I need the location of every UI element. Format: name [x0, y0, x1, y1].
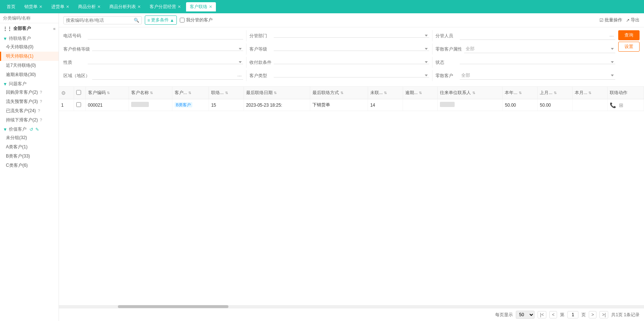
sidebar-all-customers[interactable]: ⋮⋮ 全部客户 «: [0, 23, 59, 34]
sort-icon[interactable]: ⇅: [519, 91, 522, 95]
filter-nature-select[interactable]: [88, 61, 243, 64]
sort-icon[interactable]: ⇅: [554, 91, 557, 95]
nav-product-analysis-list[interactable]: 商品分析列表 ✕: [106, 2, 144, 11]
sidebar-item-repurchase-abnormal[interactable]: 回购异常客户(2) ?: [0, 88, 59, 97]
sidebar-item-class-c[interactable]: C类客户(6): [0, 161, 59, 170]
sidebar-item-churned[interactable]: 已流失客户(24) ?: [0, 106, 59, 115]
select-all-checkbox[interactable]: [76, 90, 81, 95]
filter-status: 状态: [435, 59, 615, 66]
filter-icon: ≡: [147, 18, 150, 23]
search-icon[interactable]: 🔍: [134, 18, 139, 23]
col-gear: ⚙: [59, 87, 74, 99]
filter-retail-attr-select[interactable]: 全部: [464, 45, 615, 53]
filter-manager: 分管人员 ···: [435, 32, 615, 40]
filter-row-3: 性质 收付款条件: [63, 57, 615, 68]
gear-icon[interactable]: ⚙: [61, 90, 66, 96]
filter-retail-select[interactable]: 全部: [460, 72, 615, 80]
filter-more-button[interactable]: ≡ 更多条件 ▲: [145, 15, 177, 25]
close-icon[interactable]: ✕: [66, 4, 69, 9]
close-icon[interactable]: ✕: [137, 4, 141, 9]
sidebar-item-overdue-contact[interactable]: 逾期未联络(30): [0, 70, 59, 79]
sidebar-group-value: ▼ 价值客户 ↺ ✎: [0, 125, 59, 133]
phone-icon[interactable]: 📞: [610, 102, 616, 108]
cell-last-contact-date: 2023-05-23 18:25:: [244, 99, 310, 111]
filter-status-select[interactable]: [460, 61, 615, 64]
filter-region-select[interactable]: ···: [92, 72, 243, 80]
first-page-button[interactable]: |<: [538, 311, 546, 318]
page-input[interactable]: [567, 311, 578, 318]
table-footer: 每页显示 50 100 |< < 第 页 > >| 共1页 1条记录: [59, 308, 644, 321]
my-customers-checkbox[interactable]: 我分管的客户: [180, 17, 213, 23]
page-size-select[interactable]: 50 100: [516, 311, 535, 319]
cell-contact-count: 15: [209, 99, 244, 111]
filter-payment-select[interactable]: [274, 61, 429, 64]
sidebar-item-class-b[interactable]: B类客户(33): [0, 152, 59, 161]
sidebar-item-ungrouped[interactable]: 未分组(32): [0, 133, 59, 142]
nav-home[interactable]: 首页: [3, 2, 19, 11]
batch-op-button[interactable]: ☑ 批量操作: [599, 17, 622, 23]
filter-status-label: 状态: [435, 59, 458, 66]
sort-icon[interactable]: ⇅: [340, 91, 343, 95]
sort-icon[interactable]: ⇅: [225, 91, 228, 95]
sort-icon[interactable]: ⇅: [384, 91, 387, 95]
filter-customer-level-select[interactable]: [274, 47, 429, 51]
last-page-button[interactable]: >|: [599, 311, 608, 318]
sort-icon[interactable]: ⇅: [274, 91, 277, 95]
next-page-button[interactable]: >: [589, 311, 596, 318]
export-icon: ↗: [626, 18, 630, 23]
filter-customer-type: 客户类型: [249, 73, 429, 79]
col-customer-code: 客户编码 ⇅: [85, 87, 129, 99]
filter-manager-select[interactable]: ···: [460, 32, 615, 40]
sidebar-item-declining[interactable]: 持续下滑客户(2) ?: [0, 115, 59, 125]
row-checkbox[interactable]: [76, 102, 81, 107]
horizontal-scrollbar[interactable]: [59, 305, 644, 308]
nav-customer-contact[interactable]: 客户联络 ✕: [186, 2, 216, 11]
sort-icon[interactable]: ⇅: [150, 91, 153, 95]
nav-product-analysis[interactable]: 商品分析 ✕: [74, 2, 104, 11]
filter-manager-label: 分管人员: [435, 33, 458, 39]
filter-row-2: 客户价格等级 客户等级: [63, 44, 615, 55]
sort-icon[interactable]: ⇅: [419, 91, 422, 95]
search-input[interactable]: [66, 18, 132, 23]
sidebar-item-today-contact[interactable]: 今天待联络(0): [0, 42, 59, 52]
scrollbar-thumb[interactable]: [118, 305, 228, 308]
query-button[interactable]: 查询: [618, 30, 640, 40]
grid-icon[interactable]: ⊞: [619, 102, 623, 108]
sidebar-item-class-a[interactable]: A类客户(1): [0, 142, 59, 152]
sort-icon[interactable]: ⇅: [188, 91, 191, 95]
sidebar-item-tomorrow-contact[interactable]: 明天待联络(1): [0, 52, 59, 61]
sort-icon[interactable]: ⇅: [107, 91, 110, 95]
close-icon[interactable]: ✕: [39, 4, 42, 9]
close-icon[interactable]: ✕: [209, 4, 212, 9]
filter-customer-type-select[interactable]: [274, 74, 429, 77]
export-button[interactable]: ↗ 导出: [626, 17, 640, 23]
sort-icon[interactable]: ⇅: [472, 91, 475, 95]
sort-icon[interactable]: ⇅: [588, 91, 591, 95]
cell-this-month: [573, 99, 608, 111]
sidebar-search-input[interactable]: [3, 15, 58, 21]
collapse-icon[interactable]: «: [53, 26, 56, 31]
total-info: 共1页 1条记录: [611, 312, 640, 318]
filter-price-level-select[interactable]: [92, 47, 243, 51]
my-customers-check[interactable]: [180, 18, 185, 23]
filter-nature-label: 性质: [63, 59, 85, 66]
nav-customer-tier[interactable]: 客户分层经营 ✕: [146, 2, 185, 11]
filter-buttons: 查询 设置: [618, 30, 640, 83]
prev-page-button[interactable]: <: [549, 311, 557, 318]
contact-method-link[interactable]: 下销货单: [312, 102, 330, 107]
col-contact-count: 联络... ⇅: [209, 87, 244, 99]
filter-retail-attr-label: 零散客户属性: [435, 46, 462, 52]
cell-customer-type: B类客户: [172, 99, 209, 111]
sidebar-item-churn-warning[interactable]: 流失预警客户(3) ?: [0, 97, 59, 106]
close-icon[interactable]: ✕: [178, 4, 181, 9]
filter-row-1: 电话号码 分管部门 分管人员: [63, 30, 615, 41]
nav-sales-order[interactable]: 销货单 ✕: [21, 2, 46, 11]
nav-purchase-order[interactable]: 进货单 ✕: [48, 2, 73, 11]
filter-dept-select[interactable]: [274, 34, 429, 38]
close-icon[interactable]: ✕: [97, 4, 101, 9]
chevron-down-icon: ▼: [3, 127, 7, 132]
set-button[interactable]: 设置: [618, 42, 640, 52]
search-box: 🔍: [63, 16, 142, 24]
sidebar-item-7day-contact[interactable]: 近7天待联络(0): [0, 61, 59, 70]
filter-phone-input[interactable]: [88, 32, 243, 39]
